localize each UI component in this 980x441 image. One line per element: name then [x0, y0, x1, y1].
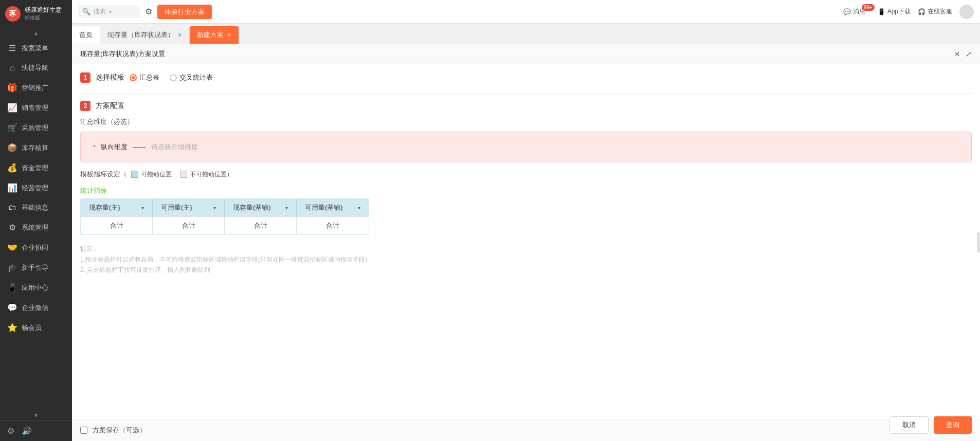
legend-fixed-label: 不可拖动位置）: [190, 170, 233, 179]
logo-icon: 豕: [5, 6, 21, 22]
sidebar-item-purchase[interactable]: 🛒 采购管理: [0, 118, 72, 138]
sidebar-item-app-center[interactable]: 📱 应用中心: [0, 278, 72, 298]
sidebar-item-search-menu[interactable]: ☰ 搜索菜单: [0, 38, 72, 58]
settings-icon[interactable]: ⚙: [7, 426, 14, 436]
stats-col-body-4: 合计: [297, 216, 369, 234]
speaker-icon[interactable]: 🔊: [22, 426, 32, 436]
enterprise-icon: 🤝: [7, 243, 17, 252]
step1-section: 1 选择模板 汇总表 交叉统计表: [80, 72, 972, 83]
radio-summary[interactable]: 汇总表: [130, 73, 159, 82]
content-area: 现存量(库存状况表)方案设置 ✕ ⤢ 1 选择模板: [72, 44, 980, 441]
sidebar-item-members[interactable]: ⭐ 畅会员: [0, 318, 72, 338]
sidebar-item-marketing[interactable]: 🎁 营销推广: [0, 78, 72, 98]
close-icon[interactable]: ✕: [954, 50, 960, 58]
stats-table-body: 合计 合计 合计 合计: [81, 216, 369, 234]
stats-section: 统计指标 现存量(主) ▾ 可用量(主) ▾: [80, 186, 972, 236]
radio-cross-label: 交叉统计表: [179, 73, 213, 82]
headset-icon: 🎧: [918, 8, 925, 15]
user-avatar[interactable]: [959, 5, 974, 19]
cancel-button[interactable]: 取消: [890, 416, 929, 434]
inventory-icon: 📦: [7, 143, 17, 153]
dimension-required-star: *: [93, 143, 96, 151]
download-icon: 📱: [878, 8, 885, 15]
tab-new-plan[interactable]: 新建方案 ✕: [190, 26, 239, 44]
sidebar-item-enterprise[interactable]: 🤝 企业协同: [0, 237, 72, 258]
sidebar-item-label-basic-info: 基础信息: [22, 203, 48, 212]
top-bar: 🔍 搜索 ▾ ⚙ 体验行业方案 💬 消息 99+ 📱 App下载 🎧 在线客服: [72, 0, 980, 24]
top-bar-actions: 💬 消息 99+ 📱 App下载 🎧 在线客服: [843, 5, 974, 19]
message-action[interactable]: 💬 消息 99+: [843, 7, 870, 16]
legend-draggable-label: 可拖动位置: [141, 170, 172, 179]
radio-summary-label: 汇总表: [139, 73, 159, 82]
tips-item-2-text: 2. 点击标题栏下拉可设置排序、插入列和删除列: [80, 266, 210, 273]
stats-col-header-1[interactable]: 现存量(主) ▾: [81, 199, 153, 216]
sidebar-nav: ☰ 搜索菜单 ⌂ 快捷导航 🎁 营销推广 📈 销售管理 🛒 采购管理 📦 库存核…: [0, 38, 72, 411]
app-version: 标准版: [25, 14, 62, 22]
stats-col4-chevron-icon: ▾: [358, 205, 360, 211]
gear-icon[interactable]: ⚙: [145, 7, 152, 16]
sidebar-item-label-operations: 经营管理: [22, 183, 48, 193]
purchase-icon: 🛒: [7, 123, 17, 133]
step1-badge: 1: [80, 72, 90, 83]
panel-title: 现存量(库存状况表)方案设置: [80, 49, 165, 59]
save-checkbox[interactable]: [80, 427, 87, 434]
dimension-dash: ——: [133, 143, 146, 151]
sidebar-item-basic-info[interactable]: 🗂 基础信息: [0, 198, 72, 217]
search-box[interactable]: 🔍 搜索 ▾: [78, 5, 140, 18]
sidebar-item-inventory[interactable]: 📦 库存核算: [0, 138, 72, 158]
stats-col-header-3[interactable]: 现存量(基辅) ▾: [225, 199, 297, 216]
search-menu-icon: ☰: [7, 43, 17, 53]
trial-btn[interactable]: 体验行业方案: [157, 5, 212, 19]
radio-cross[interactable]: 交叉统计表: [170, 73, 213, 82]
stats-col-header-4[interactable]: 可用量(基辅) ▾: [297, 199, 369, 216]
tab-inventory-close-icon[interactable]: ✕: [177, 32, 182, 39]
search-text: 搜索: [94, 7, 106, 16]
tab-new-plan-close-icon[interactable]: ✕: [227, 32, 231, 39]
sidebar-scroll-up[interactable]: ▲: [0, 28, 72, 38]
step2-badge: 2: [80, 101, 90, 111]
sidebar-scroll-down[interactable]: ▼: [0, 411, 72, 420]
resize-handle[interactable]: [977, 232, 980, 253]
step1-header: 1 选择模板 汇总表 交叉统计表: [80, 72, 972, 83]
wechat-icon: 💬: [7, 303, 17, 313]
indicator-legend: 可拖动位置 不可拖动位置）: [131, 170, 233, 179]
query-button[interactable]: 查询: [934, 416, 972, 434]
tips-title: 提示：: [80, 245, 972, 253]
dimension-config-label: 汇总维度（必选）: [80, 117, 972, 126]
sidebar: 豕 畅康通好生意 标准版 ▲ ☰ 搜索菜单 ⌂ 快捷导航 🎁 营销推广 📈 销售…: [0, 0, 72, 441]
panel-header: 现存量(库存状况表)方案设置 ✕ ⤢: [72, 44, 980, 64]
sidebar-item-label-members: 畅会员: [22, 323, 42, 333]
expand-icon[interactable]: ⤢: [966, 50, 972, 58]
sidebar-item-label-finance: 资金管理: [22, 163, 48, 173]
stats-col-header-2[interactable]: 可用量(主) ▾: [153, 199, 225, 216]
legend-fixed-box: [180, 171, 187, 178]
sidebar-item-quick-nav[interactable]: ⌂ 快捷导航: [0, 58, 72, 78]
sidebar-item-guide[interactable]: 🎓 新手引导: [0, 258, 72, 278]
app-download-action[interactable]: 📱 App下载: [878, 7, 911, 16]
sidebar-item-system[interactable]: ⚙ 系统管理: [0, 217, 72, 237]
sidebar-footer: ⚙ 🔊: [0, 420, 72, 441]
tab-home[interactable]: 首页: [72, 26, 100, 44]
online-service-action[interactable]: 🎧 在线客服: [918, 7, 952, 16]
sales-icon: 📈: [7, 103, 17, 113]
app-name: 畅康通好生意: [25, 6, 62, 14]
stats-col2-header-label: 可用量(主): [161, 203, 192, 212]
sidebar-item-wechat[interactable]: 💬 企业微信: [0, 298, 72, 318]
panel-body: 1 选择模板 汇总表 交叉统计表: [72, 64, 980, 419]
sidebar-item-operations[interactable]: 📊 经营管理: [0, 178, 72, 198]
stats-col2-chevron-icon: ▾: [213, 205, 216, 211]
template-radio-group: 汇总表 交叉统计表: [130, 73, 213, 82]
legend-draggable-box: [131, 171, 138, 178]
tab-inventory-status[interactable]: 现存量（库存状况表） ✕: [100, 26, 190, 44]
indicator-label: 模板指标设定（ 可拖动位置 不可拖动位置）: [80, 170, 972, 179]
stats-col1-header-label: 现存量(主): [89, 203, 120, 212]
legend-fixed: 不可拖动位置）: [180, 170, 233, 179]
sidebar-item-finance[interactable]: 💰 资金管理: [0, 158, 72, 178]
tips-item-1: 1.拖动标题栏可以调整布局，不可跨维度或指标区域拖动栏目字段(只能在同一维度或指…: [80, 255, 972, 264]
dimension-placeholder[interactable]: 请选择分组维度: [151, 142, 198, 152]
divider1: [80, 93, 972, 94]
sidebar-item-sales[interactable]: 📈 销售管理: [0, 98, 72, 118]
tips-section: 提示： 1.拖动标题栏可以调整布局，不可跨维度或指标区域拖动栏目字段(只能在同一…: [80, 245, 972, 274]
online-service-label: 在线客服: [928, 7, 952, 16]
app-logo: 豕 畅康通好生意 标准版: [0, 0, 72, 28]
